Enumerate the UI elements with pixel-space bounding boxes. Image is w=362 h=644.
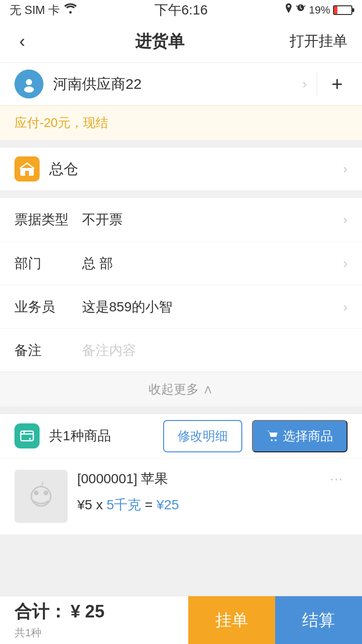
divider: [317, 72, 317, 96]
warehouse-icon: [14, 156, 40, 182]
remark-input[interactable]: 备注内容: [72, 341, 348, 360]
salesman-row[interactable]: 业务员 这是859的小智 ›: [0, 285, 362, 328]
svg-point-7: [271, 439, 273, 441]
supplier-row[interactable]: 河南供应商22 › +: [0, 63, 362, 105]
select-product-button[interactable]: 选择商品: [252, 420, 348, 452]
department-chevron-icon: ›: [343, 256, 348, 271]
status-time: 下午6:16: [154, 1, 208, 19]
product-icon: [14, 423, 40, 448]
invoice-type-label: 票据类型: [14, 210, 72, 229]
supplier-notice: 应付-20元，现结: [0, 105, 362, 140]
invoice-type-value: 不开票: [72, 210, 343, 229]
supplier-avatar: [14, 70, 43, 98]
total-count: 共1种: [14, 626, 174, 640]
svg-point-6: [29, 438, 31, 440]
product-name: [0000001] 苹果: [77, 470, 315, 488]
salesman-chevron-icon: ›: [343, 299, 348, 315]
product-info: [0000001] 苹果 ¥5 x 5千克 = ¥25: [77, 470, 315, 514]
status-bar: 无 SIM 卡 下午6:16 19%: [0, 0, 362, 20]
supplier-name: 河南供应商22: [53, 74, 302, 94]
total-value: ¥ 25: [70, 602, 104, 621]
svg-point-10: [34, 490, 39, 495]
product-thumbnail: [14, 470, 68, 523]
product-title: 苹果: [141, 471, 168, 486]
department-label: 部门: [14, 254, 72, 273]
wifi-icon: [64, 3, 77, 17]
page-title: 进货单: [135, 30, 184, 53]
warehouse-row[interactable]: 总仓 ›: [0, 148, 362, 190]
department-row[interactable]: 部门 总 部 ›: [0, 241, 362, 285]
remark-row[interactable]: 备注 备注内容: [0, 328, 362, 372]
svg-point-1: [26, 79, 32, 85]
warehouse-chevron-icon: ›: [343, 161, 348, 177]
location-icon: [285, 3, 292, 17]
equals-sign: =: [145, 497, 156, 512]
total-section: 合计： ¥ 25 共1种: [0, 596, 188, 644]
supplier-chevron-icon: ›: [302, 76, 306, 92]
carrier-text: 无 SIM 卡: [10, 2, 60, 18]
select-product-label: 选择商品: [283, 428, 333, 445]
product-more-button[interactable]: ···: [325, 470, 348, 488]
invoice-type-row[interactable]: 票据类型 不开票 ›: [0, 198, 362, 241]
warehouse-card: 总仓 ›: [0, 148, 362, 190]
total-price: ¥25: [156, 497, 179, 512]
invoice-type-chevron-icon: ›: [343, 212, 348, 227]
status-right: 19%: [285, 3, 352, 17]
remark-label: 备注: [14, 341, 72, 360]
nav-bar: ‹ 进货单 打开挂单: [0, 20, 362, 63]
hold-button[interactable]: 挂单: [188, 596, 275, 644]
svg-point-2: [24, 86, 34, 93]
multiply-sign: x: [96, 497, 107, 512]
salesman-value: 这是859的小智: [72, 298, 343, 316]
cart-icon: [266, 430, 279, 442]
alarm-icon: [295, 3, 306, 17]
department-value: 总 部: [72, 254, 343, 273]
status-left: 无 SIM 卡: [10, 2, 77, 18]
total-label: 合计：: [14, 602, 67, 621]
add-supplier-button[interactable]: +: [327, 73, 348, 95]
collapse-bar[interactable]: 收起更多 ∧: [0, 372, 362, 406]
product-code: [0000001]: [77, 471, 138, 486]
unit-price: ¥5: [77, 497, 92, 512]
back-button[interactable]: ‹: [14, 27, 30, 56]
svg-rect-5: [21, 431, 33, 441]
salesman-label: 业务员: [14, 298, 72, 316]
quantity: 5千克: [107, 497, 141, 512]
settle-button[interactable]: 结算: [275, 596, 362, 644]
product-item: [0000001] 苹果 ¥5 x 5千克 = ¥25 ···: [0, 458, 362, 534]
product-count-text: 共1种商品: [49, 427, 153, 445]
supplier-card: 河南供应商22 › + 应付-20元，现结: [0, 63, 362, 140]
svg-point-8: [275, 439, 277, 441]
product-section: 共1种商品 修改明细 选择商品 [0000001] 苹果: [0, 414, 362, 534]
product-price: ¥5 x 5千克 = ¥25: [77, 496, 315, 514]
edit-detail-button[interactable]: 修改明细: [163, 420, 242, 452]
battery-icon: [333, 5, 352, 15]
svg-rect-4: [25, 171, 29, 176]
warehouse-name: 总仓: [49, 159, 343, 179]
bottom-bar: 合计： ¥ 25 共1种 挂单 结算: [0, 596, 362, 644]
open-hold-button[interactable]: 打开挂单: [290, 31, 348, 51]
svg-point-11: [43, 490, 48, 495]
total-amount: 合计： ¥ 25: [14, 600, 174, 624]
battery-text: 19%: [309, 4, 330, 16]
product-header: 共1种商品 修改明细 选择商品: [0, 414, 362, 458]
form-card: 票据类型 不开票 › 部门 总 部 › 业务员 这是859的小智 › 备注 备注…: [0, 198, 362, 406]
